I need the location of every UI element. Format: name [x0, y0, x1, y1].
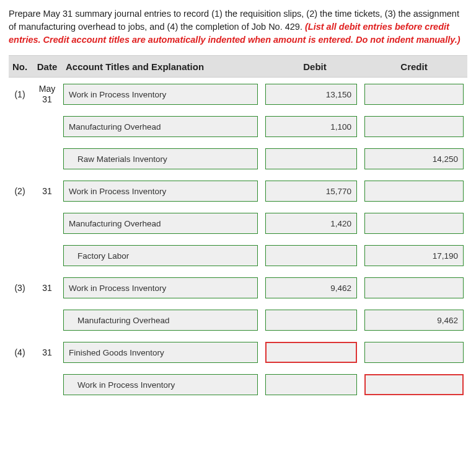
table-row: (4)31Finished Goods Inventory [9, 342, 467, 363]
credit-input[interactable] [364, 116, 464, 137]
debit-cell: 13,150 [265, 84, 364, 105]
credit-cell: 17,190 [364, 245, 464, 266]
account-title-input[interactable]: Work in Process Inventory [63, 374, 258, 395]
credit-input[interactable] [364, 181, 464, 202]
instructions-text: Prepare May 31 summary journal entries t… [9, 7, 467, 47]
debit-cell [265, 310, 364, 331]
credit-input[interactable] [364, 84, 464, 105]
row-date: 31 [31, 186, 63, 197]
debit-cell [265, 245, 364, 266]
credit-cell [364, 181, 464, 202]
table-row: Factory Labor17,190 [9, 245, 467, 266]
account-cell: Manufacturing Overhead [63, 116, 265, 137]
row-date: 31 [31, 283, 63, 293]
credit-cell [364, 116, 464, 137]
debit-input[interactable]: 1,100 [265, 116, 357, 137]
table-row: (2)31Work in Process Inventory15,770 [9, 181, 467, 202]
header-credit: Credit [364, 61, 464, 72]
account-title-input[interactable]: Factory Labor [63, 245, 258, 266]
debit-input[interactable] [265, 310, 357, 331]
account-cell: Manufacturing Overhead [63, 310, 265, 331]
account-cell: Factory Labor [63, 245, 265, 266]
header-date: Date [31, 61, 63, 72]
credit-input[interactable]: 17,190 [364, 245, 464, 266]
debit-cell: 1,100 [265, 116, 364, 137]
credit-input[interactable] [364, 213, 464, 234]
account-title-input[interactable]: Work in Process Inventory [63, 84, 258, 105]
account-cell: Raw Materials Inventory [63, 148, 265, 169]
table-header: No. Date Account Titles and Explanation … [9, 55, 467, 78]
header-account: Account Titles and Explanation [63, 61, 265, 72]
row-number: (4) [9, 347, 31, 357]
debit-input[interactable] [265, 374, 357, 395]
debit-cell [265, 148, 364, 169]
account-cell: Work in Process Inventory [63, 374, 265, 395]
account-title-input[interactable]: Work in Process Inventory [63, 277, 258, 298]
debit-input[interactable] [265, 245, 357, 266]
credit-input[interactable] [364, 374, 464, 395]
header-no: No. [9, 61, 31, 72]
credit-cell [364, 342, 464, 363]
account-cell: Manufacturing Overhead [63, 213, 265, 234]
debit-cell: 15,770 [265, 181, 364, 202]
account-title-input[interactable]: Work in Process Inventory [63, 181, 258, 202]
credit-cell [364, 84, 464, 105]
debit-cell [265, 342, 364, 363]
credit-cell [364, 374, 464, 395]
row-date: May31 [31, 84, 63, 105]
credit-input[interactable] [364, 277, 464, 298]
credit-cell: 14,250 [364, 148, 464, 169]
account-title-input[interactable]: Manufacturing Overhead [63, 310, 258, 331]
credit-input[interactable] [364, 342, 464, 363]
debit-cell: 9,462 [265, 277, 364, 298]
credit-cell [364, 213, 464, 234]
debit-input[interactable]: 1,420 [265, 213, 357, 234]
debit-input[interactable]: 9,462 [265, 277, 357, 298]
table-row: Raw Materials Inventory14,250 [9, 148, 467, 169]
account-title-input[interactable]: Manufacturing Overhead [63, 213, 258, 234]
table-row: Manufacturing Overhead1,420 [9, 213, 467, 234]
account-title-input[interactable]: Raw Materials Inventory [63, 148, 258, 169]
debit-cell [265, 374, 364, 395]
header-debit: Debit [265, 61, 364, 72]
account-cell: Work in Process Inventory [63, 277, 265, 298]
table-row: (1)May31Work in Process Inventory13,150 [9, 84, 467, 105]
credit-cell [364, 277, 464, 298]
debit-cell: 1,420 [265, 213, 364, 234]
row-number: (3) [9, 283, 31, 293]
credit-input[interactable]: 14,250 [364, 148, 464, 169]
credit-input[interactable]: 9,462 [364, 310, 464, 331]
row-number: (1) [9, 89, 31, 99]
debit-input[interactable]: 15,770 [265, 181, 357, 202]
account-cell: Finished Goods Inventory [63, 342, 265, 363]
account-cell: Work in Process Inventory [63, 84, 265, 105]
row-number: (2) [9, 186, 31, 196]
debit-input[interactable] [265, 342, 357, 363]
row-date: 31 [31, 347, 63, 358]
credit-cell: 9,462 [364, 310, 464, 331]
table-row: Manufacturing Overhead1,100 [9, 116, 467, 137]
account-title-input[interactable]: Manufacturing Overhead [63, 116, 258, 137]
table-row: Work in Process Inventory [9, 374, 467, 395]
journal-entries: (1)May31Work in Process Inventory13,150M… [9, 78, 467, 395]
account-cell: Work in Process Inventory [63, 181, 265, 202]
table-row: Manufacturing Overhead9,462 [9, 310, 467, 331]
table-row: (3)31Work in Process Inventory9,462 [9, 277, 467, 298]
account-title-input[interactable]: Finished Goods Inventory [63, 342, 258, 363]
debit-input[interactable]: 13,150 [265, 84, 357, 105]
debit-input[interactable] [265, 148, 357, 169]
